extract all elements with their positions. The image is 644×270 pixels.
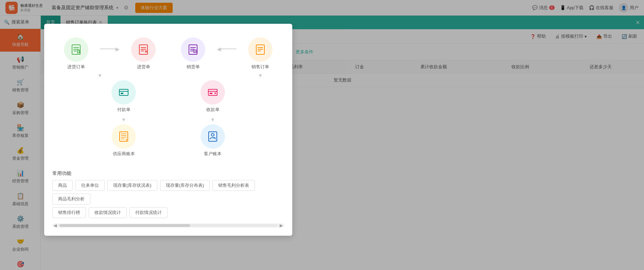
purchase-receipt-label: 进货单 — [137, 64, 150, 70]
flow-arrow-h2: ◀ — [217, 46, 237, 52]
payment-circle — [111, 80, 136, 105]
svg-text:¥: ¥ — [126, 138, 127, 141]
flow-item-sales-bill[interactable]: 销货单 — [169, 37, 217, 70]
flow-item-payment[interactable]: 付款单 — [100, 80, 147, 113]
purchase-order-circle — [64, 37, 88, 62]
flow-row-1: 进货订单 ▶ — [52, 37, 284, 70]
payment-label: 付款单 — [117, 107, 130, 113]
func-buttons: 商品 往来单位 现存量(库存状况表) 现存量(库存分布表) 销售毛利分析表 商品… — [52, 180, 284, 204]
func-btn-inventory-dist[interactable]: 现存量(库存分布表) — [160, 180, 210, 191]
sales-order-label: 销售订单 — [251, 64, 269, 70]
func-btn-collection-stats[interactable]: 收款情况统计 — [89, 207, 127, 218]
flow-row-3: ¥ 供应商账本 — [52, 124, 284, 157]
purchase-receipt-circle — [131, 37, 156, 62]
modal-scrollbar[interactable]: ◀ ▶ — [52, 223, 284, 228]
flow-arrow-h1: ▶ — [100, 46, 120, 52]
flow-item-sales-order[interactable]: 销售订单 — [237, 37, 284, 70]
func-btn-inventory-status[interactable]: 现存量(库存状况表) — [107, 180, 157, 191]
func-btn-product-margin[interactable]: 商品毛利分析 — [52, 194, 90, 204]
receipt-circle — [201, 80, 225, 105]
func-btn-sales-ranking[interactable]: 销售排行榜 — [52, 207, 86, 218]
sales-bill-label: 销货单 — [187, 64, 200, 70]
flow-item-supplier-account[interactable]: ¥ 供应商账本 — [100, 124, 147, 157]
svg-rect-27 — [210, 93, 212, 94]
customer-account-label: 客户账本 — [204, 151, 222, 157]
scroll-thumb[interactable] — [59, 224, 190, 227]
scroll-track — [59, 224, 277, 227]
svg-point-37 — [211, 133, 214, 136]
func-btn-payment-stats[interactable]: 付款情况统计 — [129, 207, 168, 218]
customer-account-circle — [201, 124, 225, 149]
purchase-order-label: 进货订单 — [67, 64, 85, 70]
flow-item-purchase-order[interactable]: 进货订单 — [52, 37, 100, 70]
svg-rect-24 — [121, 93, 123, 94]
func-btn-product[interactable]: 商品 — [52, 180, 73, 191]
supplier-account-label: 供应商账本 — [113, 151, 135, 157]
modal-overlay: 进货订单 ▶ — [0, 0, 644, 270]
app-container: 畅 畅康通好生意 标准版 装备及固定资产辅助管理系统 ▾ ⚙ 体验行业方案 💬 … — [0, 0, 644, 270]
supplier-account-circle: ¥ — [111, 124, 136, 149]
scroll-left-icon[interactable]: ◀ — [52, 223, 58, 228]
receipt-label: 收款单 — [206, 107, 220, 113]
flow-item-receipt[interactable]: 收款单 — [189, 80, 237, 113]
common-functions: 常用功能 商品 往来单位 现存量(库存状况表) 现存量(库存分布表) 销售毛利分… — [52, 170, 284, 218]
flow-item-customer-account[interactable]: 客户账本 — [189, 124, 237, 157]
func-btn-counterpart[interactable]: 往来单位 — [75, 180, 105, 191]
scroll-right-icon[interactable]: ▶ — [278, 223, 284, 228]
flow-item-purchase-receipt[interactable]: 进货单 — [120, 37, 167, 70]
flow-row-2: 付款单 收款单 — [52, 80, 284, 113]
svg-rect-22 — [119, 89, 128, 95]
flow-diagram: 进货订单 ▶ — [52, 32, 284, 165]
func-buttons-row2: 销售排行榜 收款情况统计 付款情况统计 — [52, 207, 284, 218]
func-btn-sales-margin[interactable]: 销售毛利分析表 — [212, 180, 255, 191]
sales-order-circle — [248, 37, 273, 62]
modal-box: 进货订单 ▶ — [44, 24, 292, 236]
sales-bill-circle — [181, 37, 205, 62]
common-functions-title: 常用功能 — [52, 170, 284, 177]
